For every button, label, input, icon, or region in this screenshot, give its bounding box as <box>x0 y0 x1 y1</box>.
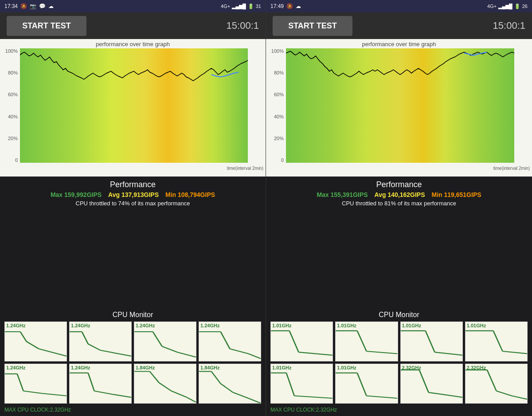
perf-stats-2: Max 155,391GIPS Avg 140,162GIPS Min 119,… <box>270 191 528 198</box>
graph-title-2: performance over time graph <box>266 39 532 48</box>
throttle-1: CPU throttled to 74% of its max performa… <box>4 200 261 207</box>
cpu-grid-1: 1.24GHz 1.24GHz 1.24GHz <box>4 322 261 404</box>
cpu-cell-1-4: 1.24GHz <box>4 364 67 404</box>
svg-rect-14 <box>20 48 248 163</box>
svg-line-37 <box>94 391 113 395</box>
y-labels-2: 100% 80% 60% 40% 20% 0 <box>266 48 286 163</box>
mute-icon-1: 🔕 <box>20 3 27 9</box>
svg-line-41 <box>159 383 172 391</box>
start-test-button-1[interactable]: START TEST <box>7 16 86 36</box>
perf-avg-2: Avg 140,162GIPS <box>375 191 425 198</box>
svg-line-87 <box>496 391 512 396</box>
svg-line-45 <box>211 372 221 384</box>
phone-panel-1: 17:34 🔕 📷 💬 ☁ 4G+ ▂▄▆█ 🔋 31 START TEST 1… <box>0 0 266 416</box>
toolbar-1: START TEST 15:00:1 <box>0 12 266 39</box>
perf-title-2: Performance <box>270 180 528 189</box>
svg-rect-63 <box>286 48 514 163</box>
performance-section-1: Performance Max 159,992GIPS Avg 137,913G… <box>0 177 266 209</box>
signal-bars-2: ▂▄▆█ <box>498 4 512 9</box>
svg-line-83 <box>419 370 428 392</box>
svg-line-22 <box>101 350 132 356</box>
cpu-cell-2-7: 2.32GHz <box>465 364 528 404</box>
svg-line-34 <box>42 393 66 396</box>
svg-line-88 <box>512 396 527 400</box>
max-cpu-label-2: MAX CPU CLOCK:2.32GHz <box>270 406 528 414</box>
status-left-1: 17:34 🔕 📷 💬 ☁ <box>4 3 54 9</box>
cpu-cell-1-0: 1.24GHz <box>4 322 67 361</box>
perf-title-1: Performance <box>4 180 261 189</box>
timer-1: 15:00:1 <box>227 20 259 31</box>
signal-text-1: 4G+ <box>221 4 230 9</box>
svg-line-28 <box>221 332 230 349</box>
max-cpu-label-1: MAX CPU CLOCK:2.32GHz <box>4 406 261 414</box>
status-right-2: 4G+ ▂▄▆█ 🔋 26 <box>487 4 528 9</box>
perf-min-1: Min 108,794GIPS <box>165 191 215 198</box>
svg-line-29 <box>230 349 249 354</box>
perf-max-1: Max 159,992GIPS <box>51 191 102 198</box>
svg-line-25 <box>162 346 178 352</box>
svg-line-65 <box>289 331 299 352</box>
mute-icon-2: 🔕 <box>286 3 293 9</box>
battery-1: 🔋 <box>248 4 254 9</box>
cpu-cell-2-2: 1.01GHz <box>400 322 463 361</box>
cpu-cell-1-6: 1.84GHz <box>134 364 196 404</box>
cpu-grid-2: 1.01GHz 1.01GHz 1.01GHz <box>270 322 528 404</box>
status-left-2: 17:49 🔕 ☁ <box>270 3 301 9</box>
timer-2: 15:00:1 <box>493 20 525 31</box>
cpu-monitor-1: CPU Monitor 1.24GHz 1.24GHz <box>0 309 266 416</box>
perf-graph-svg-1 <box>20 48 248 163</box>
cpu-cell-2-5: 1.01GHz <box>335 364 398 404</box>
x-label-1: time(interval 2min) <box>227 166 263 171</box>
svg-line-46 <box>221 384 233 392</box>
status-bar-1: 17:34 🔕 📷 💬 ☁ 4G+ ▂▄▆█ 🔋 31 <box>0 0 266 12</box>
svg-line-33 <box>23 391 42 394</box>
svg-line-84 <box>428 392 462 397</box>
cloud-icon-1: ☁ <box>48 3 54 9</box>
perf-avg-1: Avg 137,913GIPS <box>108 191 159 198</box>
svg-line-71 <box>425 331 434 352</box>
battery-num-2: 26 <box>522 4 528 9</box>
perf-graph-svg-2 <box>286 48 514 163</box>
cpu-cell-1-5: 1.24GHz <box>69 364 132 404</box>
svg-line-68 <box>357 331 367 351</box>
svg-line-86 <box>487 370 496 391</box>
spacer-2 <box>266 209 532 309</box>
cpu-cell-1-2: 1.24GHz <box>134 322 196 361</box>
phone-panel-2: 17:49 🔕 ☁ 4G+ ▂▄▆█ 🔋 26 START TEST 15:00… <box>266 0 532 416</box>
svg-line-78 <box>294 396 332 399</box>
svg-line-72 <box>434 352 462 355</box>
cpu-monitor-title-1: CPU Monitor <box>4 311 261 319</box>
cpu-cell-1-1: 1.24GHz <box>69 322 132 361</box>
battery-num-1: 31 <box>256 4 261 9</box>
perf-min-2: Min 119,651GIPS <box>432 191 481 198</box>
graph-container-2: 100% 80% 60% 40% 20% 0 <box>266 48 532 172</box>
battery-2: 🔋 <box>514 4 520 9</box>
svg-line-42 <box>171 391 187 397</box>
svg-line-36 <box>88 373 94 391</box>
throttle-2: CPU throttled to 81% of its max performa… <box>270 200 528 207</box>
start-test-button-2[interactable]: START TEST <box>273 16 352 36</box>
status-bar-2: 17:49 🔕 ☁ 4G+ ▂▄▆█ 🔋 26 <box>266 0 532 12</box>
cpu-cell-2-0: 1.01GHz <box>270 322 333 361</box>
svg-line-24 <box>153 332 162 346</box>
toolbar-2: START TEST 15:00:1 <box>266 12 532 39</box>
svg-line-16 <box>20 332 27 341</box>
svg-line-80 <box>357 373 367 396</box>
cpu-cell-2-4: 1.01GHz <box>270 364 333 404</box>
y-labels-1: 100% 80% 60% 40% 20% 0 <box>0 48 20 163</box>
graph-title-1: performance over time graph <box>0 39 266 48</box>
cpu-cell-2-1: 1.01GHz <box>335 322 398 361</box>
time-2: 17:49 <box>270 3 284 9</box>
perf-stats-1: Max 159,992GIPS Avg 137,913GIPS Min 108,… <box>4 191 261 198</box>
svg-line-26 <box>177 352 196 357</box>
svg-line-47 <box>233 392 248 398</box>
svg-line-66 <box>299 352 333 355</box>
signal-text-2: 4G+ <box>487 4 497 9</box>
cpu-cell-2-6: 2.32GHz <box>400 364 463 404</box>
svg-line-32 <box>17 374 23 391</box>
graph-section-1: performance over time graph 100% 80% 60%… <box>0 39 266 177</box>
cpu-cell-1-3: 1.24GHz <box>199 322 261 361</box>
perf-max-2: Max 155,391GIPS <box>317 191 368 198</box>
cpu-monitor-title-2: CPU Monitor <box>270 311 528 319</box>
x-label-2: time(interval 2min) <box>493 166 530 171</box>
